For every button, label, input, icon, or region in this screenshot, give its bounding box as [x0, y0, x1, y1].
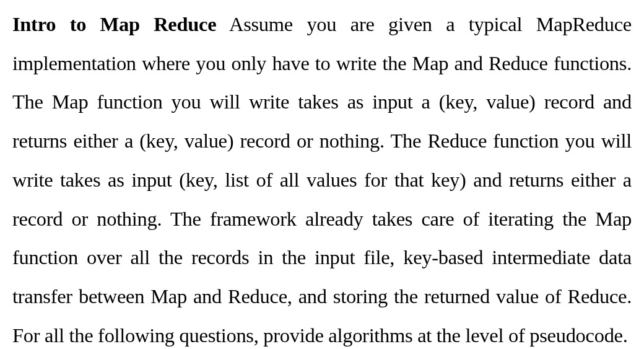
section-heading: Intro to Map Reduce	[12, 13, 216, 35]
document-paragraph: Intro to Map Reduce Assume you are given…	[12, 5, 632, 349]
section-body: Assume you are given a typical MapReduce…	[12, 13, 632, 347]
